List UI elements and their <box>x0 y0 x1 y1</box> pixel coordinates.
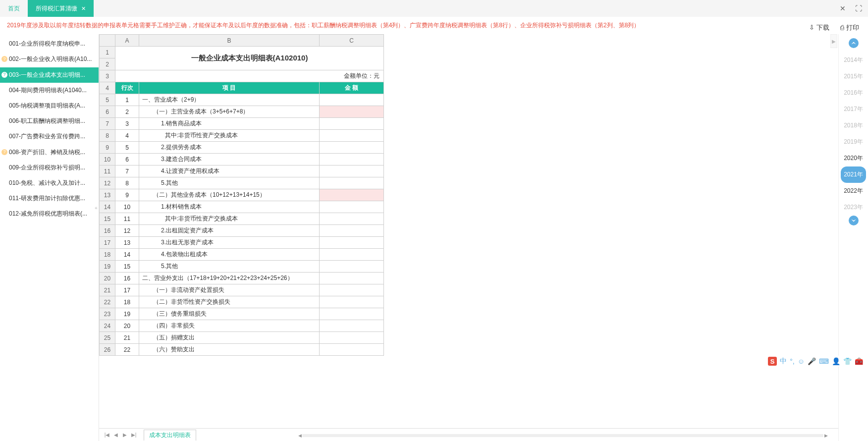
item-cell[interactable]: 其中:非货币性资产交换成本 <box>139 130 320 142</box>
download-button[interactable]: ⇩ 下载 <box>809 23 829 33</box>
amount-cell[interactable] <box>320 189 384 201</box>
ime-logo-icon[interactable]: S <box>768 357 777 366</box>
line-number-cell[interactable]: 14 <box>115 249 139 261</box>
item-cell[interactable]: （三）债务重组损失 <box>139 308 320 320</box>
amount-cell[interactable] <box>320 142 384 154</box>
line-number-cell[interactable]: 13 <box>115 237 139 249</box>
scroll-up-year-icon[interactable] <box>849 38 859 48</box>
amount-cell[interactable] <box>320 284 384 296</box>
year-item[interactable]: 2021年 <box>841 166 866 183</box>
line-number-cell[interactable]: 20 <box>115 320 139 332</box>
row-num[interactable]: 3 <box>100 70 115 82</box>
help-badge-icon[interactable]: ? <box>1 72 7 78</box>
row-num[interactable]: 1 <box>100 47 115 58</box>
tab-home[interactable]: 首页 <box>0 0 28 17</box>
sheet-nav-next-icon[interactable]: ▶ <box>121 432 129 438</box>
row-num[interactable]: 9 <box>100 142 115 154</box>
item-cell[interactable]: 1.材料销售成本 <box>139 201 320 213</box>
amount-cell[interactable] <box>320 94 384 106</box>
item-cell[interactable]: （五）捐赠支出 <box>139 332 320 344</box>
row-num[interactable]: 17 <box>100 237 115 249</box>
item-cell[interactable]: 5.其他 <box>139 261 320 273</box>
item-cell[interactable]: 其中:非货币性资产交换成本 <box>139 213 320 225</box>
line-number-cell[interactable]: 18 <box>115 296 139 308</box>
close-icon[interactable]: ✕ <box>81 5 86 12</box>
amount-cell[interactable] <box>320 225 384 237</box>
item-cell[interactable]: （六）赞助支出 <box>139 344 320 356</box>
col-header-c[interactable]: C <box>320 35 384 47</box>
amount-cell[interactable] <box>320 213 384 225</box>
print-button[interactable]: ⎙ 打印 <box>840 23 859 33</box>
row-num[interactable]: 16 <box>100 225 115 237</box>
nav-item[interactable]: 010-免税、减计收入及加计... <box>0 175 99 191</box>
sheet-nav-prev-icon[interactable]: ◀ <box>112 432 120 438</box>
line-number-cell[interactable]: 7 <box>115 165 139 177</box>
amount-cell[interactable] <box>320 273 384 284</box>
row-num[interactable]: 13 <box>100 189 115 201</box>
amount-cell[interactable] <box>320 154 384 165</box>
sheet-tab[interactable]: 成本支出明细表 <box>144 430 196 441</box>
line-number-cell[interactable]: 8 <box>115 177 139 189</box>
item-cell[interactable]: （一）主营业务成本（3+5+6+7+8） <box>139 106 320 118</box>
line-number-cell[interactable]: 17 <box>115 284 139 296</box>
item-cell[interactable]: 3.建造合同成本 <box>139 154 320 165</box>
row-num[interactable]: 14 <box>100 201 115 213</box>
scroll-left-icon[interactable]: ◀ <box>297 433 302 438</box>
amount-cell[interactable] <box>320 344 384 356</box>
row-num[interactable]: 21 <box>100 284 115 296</box>
amount-cell[interactable] <box>320 201 384 213</box>
amount-cell[interactable] <box>320 106 384 118</box>
row-num[interactable]: 7 <box>100 118 115 130</box>
row-num[interactable]: 18 <box>100 249 115 261</box>
nav-item[interactable]: ?008-资产折旧、摊销及纳税... <box>0 145 99 160</box>
amount-cell[interactable] <box>320 249 384 261</box>
ime-voice-icon[interactable]: 🎤 <box>808 357 816 365</box>
ime-toolbox-icon[interactable]: 🧰 <box>855 357 863 365</box>
item-cell[interactable]: （二）其他业务成本（10+12+13+14+15） <box>139 189 320 201</box>
sheet-nav-last-icon[interactable]: ▶| <box>130 432 138 438</box>
ime-keyboard-icon[interactable]: ⌨ <box>819 357 829 365</box>
item-cell[interactable]: （四）非常损失 <box>139 320 320 332</box>
close-window-icon[interactable]: ✕ <box>838 4 847 13</box>
amount-cell[interactable] <box>320 296 384 308</box>
line-number-cell[interactable]: 11 <box>115 213 139 225</box>
amount-cell[interactable] <box>320 165 384 177</box>
ime-emoji-icon[interactable]: ☺ <box>798 357 805 365</box>
item-cell[interactable]: 1.销售商品成本 <box>139 118 320 130</box>
row-num[interactable]: 10 <box>100 154 115 165</box>
spreadsheet[interactable]: A B C 1 一般企业成本支出明细表(A102010) 2 3 金额单位：元 <box>99 34 384 356</box>
row-num[interactable]: 6 <box>100 106 115 118</box>
item-cell[interactable]: 2.出租固定资产成本 <box>139 225 320 237</box>
line-number-cell[interactable]: 19 <box>115 308 139 320</box>
item-cell[interactable]: 二、营业外支出（17+18+19+20+21+22+23+24+25+26） <box>139 273 320 284</box>
nav-item[interactable]: 012-减免所得税优惠明细表(... <box>0 206 99 221</box>
nav-item[interactable]: 001-企业所得税年度纳税申... <box>0 36 99 52</box>
line-number-cell[interactable]: 12 <box>115 225 139 237</box>
row-num[interactable]: 25 <box>100 332 115 344</box>
line-number-cell[interactable]: 15 <box>115 261 139 273</box>
line-number-cell[interactable]: 22 <box>115 344 139 356</box>
line-number-cell[interactable]: 9 <box>115 189 139 201</box>
row-num[interactable]: 12 <box>100 177 115 189</box>
sheet-nav-first-icon[interactable]: |◀ <box>103 432 111 438</box>
nav-item[interactable]: 006-职工薪酬纳税调整明细... <box>0 113 99 129</box>
item-cell[interactable]: 5.其他 <box>139 177 320 189</box>
item-cell[interactable]: （一）非流动资产处置损失 <box>139 284 320 296</box>
line-number-cell[interactable]: 10 <box>115 201 139 213</box>
row-num[interactable]: 11 <box>100 165 115 177</box>
scroll-down-year-icon[interactable] <box>849 216 859 225</box>
line-number-cell[interactable]: 4 <box>115 130 139 142</box>
row-num[interactable]: 20 <box>100 273 115 284</box>
row-num[interactable]: 23 <box>100 308 115 320</box>
line-number-cell[interactable]: 3 <box>115 118 139 130</box>
amount-cell[interactable] <box>320 130 384 142</box>
item-cell[interactable]: 一、营业成本（2+9） <box>139 94 320 106</box>
amount-cell[interactable] <box>320 332 384 344</box>
amount-cell[interactable] <box>320 261 384 273</box>
ime-person-icon[interactable]: 👤 <box>832 357 840 365</box>
line-number-cell[interactable]: 1 <box>115 94 139 106</box>
row-num[interactable]: 4 <box>100 82 115 94</box>
ime-skin-icon[interactable]: 👕 <box>843 357 852 365</box>
help-badge-icon[interactable]: ? <box>1 149 7 155</box>
fullscreen-icon[interactable]: ⛶ <box>854 4 863 13</box>
